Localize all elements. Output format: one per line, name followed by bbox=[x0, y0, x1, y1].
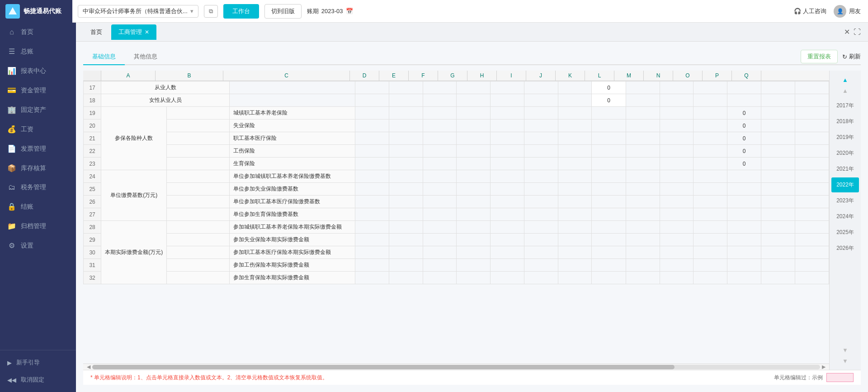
sidebar-item-unpin[interactable]: ◀◀ 取消固定 bbox=[0, 371, 76, 388]
cell-21-m[interactable] bbox=[660, 132, 693, 145]
cell-17-i[interactable] bbox=[524, 81, 558, 94]
cell-32-j[interactable] bbox=[558, 272, 592, 284]
cell-24-n[interactable] bbox=[693, 170, 727, 183]
cell-28-f[interactable] bbox=[423, 221, 457, 234]
cell-21-h[interactable] bbox=[491, 132, 524, 145]
cell-28-b[interactable] bbox=[167, 221, 230, 234]
cell-24-c[interactable]: 单位参加城镇职工基本养老保险缴费基数 bbox=[230, 170, 355, 183]
cell-31-c[interactable]: 参加工伤保险本期实际缴费金额 bbox=[230, 259, 355, 272]
cell-28-o[interactable] bbox=[727, 221, 761, 234]
cell-23-c[interactable]: 生育保险 bbox=[230, 158, 355, 170]
cell-18-d[interactable] bbox=[355, 94, 389, 107]
cell-21-d[interactable] bbox=[355, 132, 389, 145]
cell-29-c[interactable]: 参加失业保险本期实际缴费金额 bbox=[230, 234, 355, 246]
cell-25-q[interactable] bbox=[795, 183, 829, 196]
cell-17-k[interactable]: 0 bbox=[592, 81, 626, 94]
cell-18-q[interactable] bbox=[795, 94, 829, 107]
cell-19-a[interactable]: 参保各险种人数 bbox=[101, 107, 167, 170]
sidebar-item-reports[interactable]: 📊 报表中心 bbox=[0, 61, 76, 81]
cell-20-p[interactable] bbox=[761, 120, 795, 132]
cell-24-a[interactable]: 单位缴费基数(万元) bbox=[101, 170, 167, 221]
cell-19-q[interactable] bbox=[795, 107, 829, 120]
year-item-2026[interactable]: 2026年 bbox=[831, 241, 859, 256]
year-item-2019[interactable]: 2019年 bbox=[831, 130, 859, 145]
cell-22-k[interactable] bbox=[592, 145, 626, 158]
cell-31-b[interactable] bbox=[167, 259, 230, 272]
cell-22-m[interactable] bbox=[660, 145, 693, 158]
cell-21-k[interactable] bbox=[592, 132, 626, 145]
cell-32-e[interactable] bbox=[389, 272, 423, 284]
cell-21-o[interactable]: 0 bbox=[727, 132, 761, 145]
cell-20-d[interactable] bbox=[355, 120, 389, 132]
cell-17-f[interactable] bbox=[423, 81, 457, 94]
refresh-button[interactable]: ↻ 刷新 bbox=[842, 53, 861, 61]
cell-30-q[interactable] bbox=[795, 246, 829, 259]
cell-26-l[interactable] bbox=[626, 196, 660, 208]
cell-27-i[interactable] bbox=[524, 208, 558, 221]
horizontal-scrollbar[interactable]: ◀ ▶ bbox=[83, 363, 829, 370]
old-version-button[interactable]: 切到旧版 bbox=[264, 4, 302, 19]
cell-23-h[interactable] bbox=[491, 158, 524, 170]
cell-24-o[interactable] bbox=[727, 170, 761, 183]
cell-32-g[interactable] bbox=[457, 272, 491, 284]
cell-25-e[interactable] bbox=[389, 183, 423, 196]
cell-31-d[interactable] bbox=[355, 259, 389, 272]
cell-28-l[interactable] bbox=[626, 221, 660, 234]
cell-18-h[interactable] bbox=[491, 94, 524, 107]
cell-25-m[interactable] bbox=[660, 183, 693, 196]
cell-19-m[interactable] bbox=[660, 107, 693, 120]
cell-19-d[interactable] bbox=[355, 107, 389, 120]
cell-18-k[interactable]: 0 bbox=[592, 94, 626, 107]
cell-24-j[interactable] bbox=[558, 170, 592, 183]
cell-20-e[interactable] bbox=[389, 120, 423, 132]
sidebar-item-home[interactable]: ⌂ 首页 bbox=[0, 23, 76, 42]
cell-26-d[interactable] bbox=[355, 196, 389, 208]
scroll-track[interactable] bbox=[92, 365, 820, 369]
cell-22-p[interactable] bbox=[761, 145, 795, 158]
cell-31-p[interactable] bbox=[761, 259, 795, 272]
cell-23-f[interactable] bbox=[423, 158, 457, 170]
cell-31-q[interactable] bbox=[795, 259, 829, 272]
cell-18-n[interactable] bbox=[693, 94, 727, 107]
cell-17-ab[interactable]: 从业人数 bbox=[101, 81, 230, 94]
copy-button[interactable]: ⧉ bbox=[204, 5, 218, 18]
tab-close-button[interactable]: ✕ bbox=[844, 28, 850, 36]
year-item-2025[interactable]: 2025年 bbox=[831, 225, 859, 240]
cell-17-l[interactable] bbox=[626, 81, 660, 94]
ai-button[interactable]: 🎧 人工咨询 bbox=[794, 7, 826, 15]
cell-32-q[interactable] bbox=[795, 272, 829, 284]
tab-commerce[interactable]: 工商管理 ✕ bbox=[111, 24, 156, 40]
sidebar-item-payroll[interactable]: 💰 工资 bbox=[0, 120, 76, 139]
cell-17-j[interactable] bbox=[558, 81, 592, 94]
cell-20-k[interactable] bbox=[592, 120, 626, 132]
user-area[interactable]: 👤 用友 bbox=[834, 5, 861, 18]
cell-25-l[interactable] bbox=[626, 183, 660, 196]
cell-20-g[interactable] bbox=[457, 120, 491, 132]
sub-tab-basic[interactable]: 基础信息 bbox=[83, 49, 125, 65]
cell-18-ab[interactable]: 女性从业人员 bbox=[101, 94, 230, 107]
sidebar-item-ledger[interactable]: ☰ 总账 bbox=[0, 42, 76, 61]
cell-19-p[interactable] bbox=[761, 107, 795, 120]
cell-21-g[interactable] bbox=[457, 132, 491, 145]
year-scroll-up-button[interactable]: ▲ bbox=[838, 74, 853, 85]
cell-24-k[interactable] bbox=[592, 170, 626, 183]
cell-21-e[interactable] bbox=[389, 132, 423, 145]
cell-31-e[interactable] bbox=[389, 259, 423, 272]
cell-22-g[interactable] bbox=[457, 145, 491, 158]
cell-29-g[interactable] bbox=[457, 234, 491, 246]
cell-18-j[interactable] bbox=[558, 94, 592, 107]
cell-17-m[interactable] bbox=[660, 81, 693, 94]
cell-17-q[interactable] bbox=[795, 81, 829, 94]
cell-27-m[interactable] bbox=[660, 208, 693, 221]
cell-30-h[interactable] bbox=[491, 246, 524, 259]
cell-26-m[interactable] bbox=[660, 196, 693, 208]
cell-31-f[interactable] bbox=[423, 259, 457, 272]
cell-20-i[interactable] bbox=[524, 120, 558, 132]
cell-25-b[interactable] bbox=[167, 183, 230, 196]
cell-26-h[interactable] bbox=[491, 196, 524, 208]
cell-27-l[interactable] bbox=[626, 208, 660, 221]
cell-17-n[interactable] bbox=[693, 81, 727, 94]
year-item-2018[interactable]: 2018年 bbox=[831, 114, 859, 129]
year-item-2022[interactable]: 2022年 bbox=[831, 177, 859, 192]
cell-18-p[interactable] bbox=[761, 94, 795, 107]
